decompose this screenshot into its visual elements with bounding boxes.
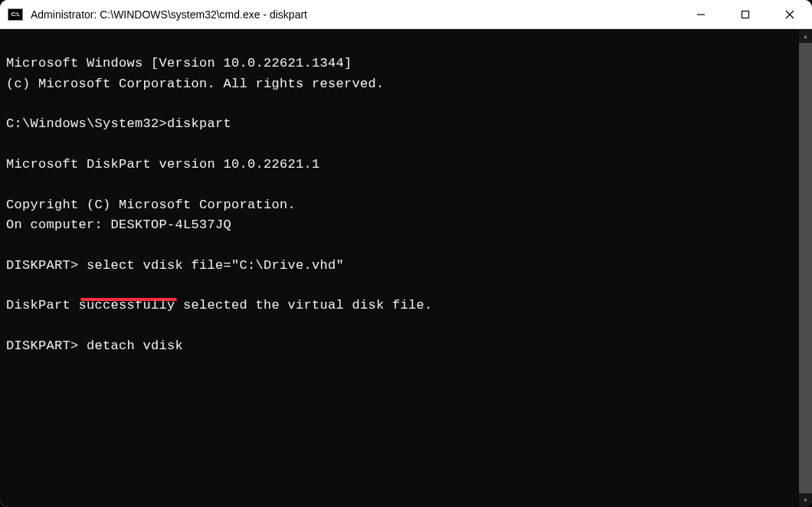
terminal-window: C:\. Administrator: C:\WINDOWS\system32\… bbox=[0, 0, 812, 507]
titlebar[interactable]: C:\. Administrator: C:\WINDOWS\system32\… bbox=[0, 0, 812, 29]
scrollbar-thumb[interactable] bbox=[799, 43, 812, 493]
terminal-line: On computer: DESKTOP-4L537JQ bbox=[6, 218, 231, 232]
terminal-line: Microsoft DiskPart version 10.0.22621.1 bbox=[6, 157, 320, 172]
terminal-line: Copyright (C) Microsoft Corporation. bbox=[6, 198, 296, 212]
window-controls bbox=[679, 0, 812, 28]
maximize-button[interactable] bbox=[723, 0, 768, 28]
window-title: Administrator: C:\WINDOWS\system32\cmd.e… bbox=[31, 8, 679, 21]
terminal-line: DISKPART> select vdisk file="C:\Drive.vh… bbox=[6, 258, 344, 273]
terminal-body[interactable]: Microsoft Windows [Version 10.0.22621.13… bbox=[0, 29, 812, 507]
terminal-line: Microsoft Windows [Version 10.0.22621.13… bbox=[6, 56, 352, 70]
terminal-content: Microsoft Windows [Version 10.0.22621.13… bbox=[6, 34, 806, 357]
scrollbar-up-arrow-icon[interactable]: ▲ bbox=[799, 29, 812, 43]
terminal-line: DISKPART> detach vdisk bbox=[6, 339, 183, 353]
minimize-icon bbox=[696, 10, 706, 19]
close-icon bbox=[785, 10, 794, 19]
cmd-icon: C:\. bbox=[8, 8, 23, 21]
scrollbar-vertical[interactable]: ▲ ▼ bbox=[799, 29, 812, 507]
maximize-icon bbox=[741, 10, 750, 19]
minimize-button[interactable] bbox=[679, 0, 723, 28]
terminal-line: DiskPart successfully selected the virtu… bbox=[6, 298, 433, 312]
svg-rect-1 bbox=[742, 11, 749, 18]
close-button[interactable] bbox=[768, 0, 812, 28]
highlight-underline bbox=[80, 298, 177, 301]
terminal-line: (c) Microsoft Corporation. All rights re… bbox=[6, 77, 385, 91]
scrollbar-down-arrow-icon[interactable]: ▼ bbox=[799, 493, 812, 507]
terminal-line: C:\Windows\System32>diskpart bbox=[6, 116, 231, 131]
